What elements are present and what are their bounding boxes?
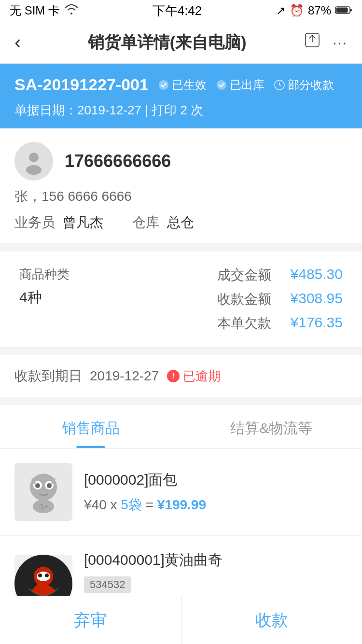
status-bar-time: 下午4:42	[153, 2, 202, 19]
product-price-p1: ¥40 x 5袋 = ¥199.99	[84, 496, 348, 514]
tab-settlement[interactable]: 结算&物流等	[181, 405, 362, 448]
sim-status: 无 SIM 卡	[10, 3, 60, 18]
product-info-p1: [0000002]面包 ¥40 x 5袋 = ¥199.99	[84, 470, 348, 514]
receipt-label: 收款金额	[217, 290, 271, 308]
more-icon[interactable]: ···	[333, 34, 348, 51]
types-label: 商品种类	[19, 266, 70, 283]
deal-label: 成交金额	[217, 266, 271, 284]
avatar	[14, 142, 53, 181]
product-tag-p2: 534532	[84, 576, 131, 593]
svg-point-7	[29, 153, 39, 162]
svg-text:鸟+: 鸟+	[39, 504, 48, 510]
battery-icon	[335, 4, 352, 17]
warehouse-label: 仓库	[132, 215, 159, 230]
debt-amount-row: 本单欠款 ¥176.35	[217, 314, 343, 333]
deal-value: ¥485.30	[291, 266, 343, 284]
customer-meta: 业务员 曾凡杰 仓库 总仓	[14, 213, 348, 232]
order-id: SA-20191227-001	[14, 75, 149, 94]
tabs-header: 销售商品 结算&物流等	[0, 405, 362, 448]
status-bar-right: ↗ ⏰ 87%	[276, 4, 352, 17]
customer-contact: 张，156 6666 6666	[14, 187, 348, 206]
due-date: 2019-12-27	[90, 368, 159, 384]
product-image-p1: 鸟+	[14, 463, 72, 521]
debt-label: 本单欠款	[217, 314, 271, 333]
customer-account-id: 17666666666	[65, 151, 171, 171]
nav-right: ···	[304, 31, 348, 53]
debt-value: ¥176.35	[291, 314, 343, 333]
types-value: 4种	[19, 288, 70, 308]
overdue-badge: ! 已逾期	[167, 368, 221, 385]
page-title: 销货单详情(来自电脑)	[30, 31, 304, 54]
customer-top: 17666666666	[14, 142, 348, 181]
tab-products[interactable]: 销售商品	[0, 405, 181, 448]
wifi-icon	[65, 4, 78, 17]
back-button[interactable]: ‹	[14, 31, 30, 53]
battery-level: 87%	[308, 4, 331, 17]
svg-text:!: !	[172, 372, 175, 380]
svg-point-8	[26, 165, 42, 175]
svg-point-4	[217, 80, 226, 90]
product-types: 商品种类 4种	[19, 266, 70, 308]
salesperson-item: 业务员 曾凡杰	[14, 213, 103, 232]
product-name-p2: [000400001]黄油曲奇	[84, 550, 348, 570]
salesperson-label: 业务员	[14, 215, 55, 230]
receipt-amount-row: 收款金额 ¥308.95	[217, 290, 343, 308]
alarm-icon: ⏰	[290, 4, 304, 17]
salesperson-value: 曾凡杰	[63, 215, 103, 230]
amount-rows: 成交金额 ¥485.30 收款金额 ¥308.95 本单欠款 ¥176.35	[217, 266, 343, 333]
receipt-value: ¥308.95	[291, 290, 343, 308]
order-date: 单据日期：2019-12-27 | 打印 2 次	[14, 102, 348, 119]
due-section: 收款到期日 2019-12-27 ! 已逾期	[0, 355, 362, 397]
status-partial: 部分收款	[274, 77, 334, 93]
confirm-button[interactable]: 收款	[181, 596, 362, 644]
bottom-bar: 弃审 收款	[0, 596, 362, 644]
due-label: 收款到期日	[14, 367, 82, 385]
summary-grid: 商品种类 4种 成交金额 ¥485.30 收款金额 ¥308.95 本单欠款 ¥…	[19, 266, 343, 333]
svg-point-3	[159, 80, 168, 90]
summary-section: 商品种类 4种 成交金额 ¥485.30 收款金额 ¥308.95 本单欠款 ¥…	[0, 252, 362, 348]
deal-amount-row: 成交金额 ¥485.30	[217, 266, 343, 284]
product-item: 鸟+ [0000002]面包 ¥40 x 5袋 = ¥199.99	[0, 448, 362, 536]
warehouse-item: 仓库 总仓	[132, 213, 194, 232]
status-shipped: 已出库	[216, 77, 265, 93]
svg-point-23	[45, 574, 49, 577]
cancel-button[interactable]: 弃审	[0, 596, 181, 644]
product-name-p1: [0000002]面包	[84, 470, 348, 490]
location-icon: ↗	[276, 4, 286, 17]
order-header: SA-20191227-001 已生效 已出库 部分收款 单据日期：2019-1…	[0, 64, 362, 128]
nav-bar: ‹ 销货单详情(来自电脑) ···	[0, 21, 362, 64]
svg-rect-1	[336, 8, 348, 13]
svg-point-22	[38, 574, 42, 577]
share-icon[interactable]	[304, 31, 321, 53]
order-id-row: SA-20191227-001 已生效 已出库 部分收款	[14, 75, 348, 94]
status-effected: 已生效	[158, 77, 207, 93]
warehouse-value: 总仓	[167, 215, 194, 230]
status-bar: 无 SIM 卡 下午4:42 ↗ ⏰ 87%	[0, 0, 362, 21]
status-bar-left: 无 SIM 卡	[10, 3, 78, 18]
customer-section: 17666666666 张，156 6666 6666 业务员 曾凡杰 仓库 总…	[0, 128, 362, 244]
